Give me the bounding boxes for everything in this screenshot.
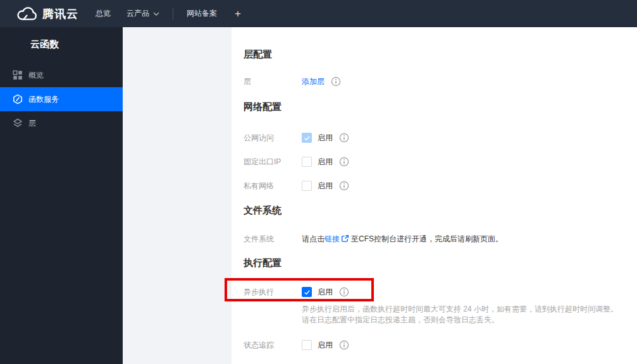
async-execution-row: 异步执行 启用 — [244, 284, 637, 300]
sidebar-item-label: 概览 — [28, 70, 44, 81]
check-icon — [304, 289, 311, 295]
enable-label: 启用 — [318, 157, 333, 167]
section-heading-execution-config: 执行配置 — [244, 258, 637, 268]
enable-label: 启用 — [318, 133, 333, 143]
async-execution-label: 异步执行 — [244, 287, 302, 298]
nav-overview[interactable]: 总览 — [96, 8, 111, 19]
function-hexagon-icon — [13, 94, 23, 104]
nav-website-beian[interactable]: 网站备案 — [187, 8, 217, 19]
add-layer-link[interactable]: 添加层 — [302, 76, 325, 87]
private-network-label: 私有网络 — [244, 181, 302, 191]
public-access-checkbox — [302, 133, 312, 143]
sidebar-item-function-service[interactable]: 函数服务 — [0, 87, 123, 111]
sidebar-item-label: 层 — [28, 118, 36, 129]
section-heading-file-system: 文件系统 — [244, 205, 637, 215]
cfs-console-link[interactable]: 链接 — [325, 234, 340, 243]
fixed-ip-row: 固定出口IP 启用 — [244, 154, 637, 169]
async-execution-checkbox[interactable] — [302, 287, 312, 297]
public-access-label: 公网访问 — [244, 133, 302, 143]
section-heading-network-config: 网络配置 — [244, 102, 637, 112]
sidebar-item-layers[interactable]: 层 — [0, 111, 123, 135]
fixed-ip-label: 固定出口IP — [244, 157, 302, 167]
async-execution-description: 异步执行启用后，函数执行超时时间最大可支持 24 小时，如有需要，请到执行超时时… — [302, 304, 637, 325]
layer-label: 层 — [244, 76, 302, 87]
topbar: 腾讯云 总览 云产品 网站备案 + — [0, 0, 637, 27]
layers-icon — [13, 118, 23, 128]
enable-label: 启用 — [318, 181, 333, 191]
sidebar-item-overview[interactable]: 概览 — [0, 63, 123, 87]
fixed-ip-checkbox[interactable] — [302, 157, 312, 167]
brand-name: 腾讯云 — [42, 6, 78, 21]
sidebar-item-label: 函数服务 — [28, 94, 59, 105]
sidebar-title: 云函数 — [0, 27, 123, 49]
info-icon[interactable] — [339, 157, 349, 167]
file-system-row: 文件系统 请点击链接至CFS控制台进行开通，完成后请刷新页面。 — [244, 233, 637, 245]
status-tracking-row: 状态追踪 启用 — [244, 337, 637, 353]
check-icon — [304, 135, 311, 141]
external-link-icon[interactable] — [341, 234, 349, 243]
sidebar-menu: 概览 函数服务 层 — [0, 63, 123, 135]
nav-cloud-products-label: 云产品 — [127, 8, 149, 19]
nav-cloud-products[interactable]: 云产品 — [127, 8, 159, 19]
status-tracking-label: 状态追踪 — [244, 340, 302, 351]
brand-home-link[interactable]: 腾讯云 — [14, 6, 78, 21]
status-tracking-checkbox[interactable] — [302, 340, 312, 350]
private-network-row: 私有网络 启用 — [244, 178, 637, 193]
file-system-hint-suffix: 至CFS控制台进行开通，完成后请刷新页面。 — [351, 234, 503, 243]
add-nav-tab-button[interactable]: + — [235, 8, 241, 19]
enable-label: 启用 — [318, 340, 333, 351]
enable-label: 启用 — [318, 287, 333, 298]
function-config-form: 层配置 层 添加层 网络配置 公网访问 启用 — [232, 27, 637, 364]
info-icon[interactable] — [339, 287, 349, 297]
info-icon[interactable] — [331, 76, 341, 87]
async-desc-line2: 请在日志配置中指定日志投递主题，否则会导致日志丢失。 — [302, 315, 637, 325]
topbar-nav: 总览 云产品 网站备案 + — [96, 8, 241, 20]
info-icon[interactable] — [339, 181, 349, 191]
secondary-pane — [123, 27, 232, 364]
layer-row: 层 添加层 — [244, 76, 637, 87]
file-system-label: 文件系统 — [244, 234, 302, 245]
chevron-down-icon — [153, 12, 159, 16]
section-heading-layer-config: 层配置 — [244, 49, 637, 59]
sidebar: 云函数 概览 函数服务 层 — [0, 27, 123, 364]
tencent-cloud-logo-icon — [14, 6, 37, 21]
info-icon[interactable] — [339, 133, 349, 143]
private-network-checkbox[interactable] — [302, 181, 312, 191]
grid-icon — [13, 70, 23, 80]
async-desc-line1: 异步执行启用后，函数执行超时时间最大可支持 24 小时，如有需要，请到执行超时时… — [302, 304, 637, 315]
file-system-hint-prefix: 请点击 — [302, 234, 325, 243]
nav-divider — [173, 8, 173, 20]
public-access-row: 公网访问 启用 — [244, 130, 637, 145]
info-icon[interactable] — [339, 340, 349, 350]
